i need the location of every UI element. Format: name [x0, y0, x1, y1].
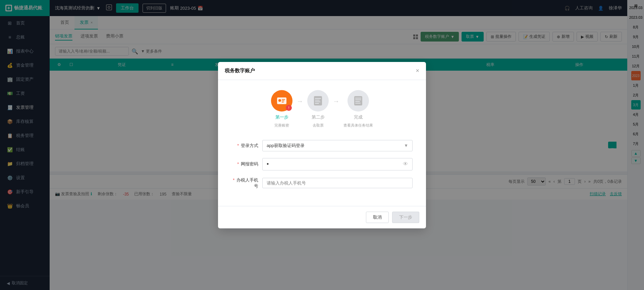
cancel-button[interactable]: 取消 [366, 212, 389, 223]
svg-rect-14 [315, 100, 320, 100]
step-1: ! 第一步 完善账密 [271, 90, 292, 128]
tax-digital-dialog: 税务数字账户 × [218, 62, 426, 228]
step-3: 完成 查看具体任务结果 [343, 90, 373, 128]
password-label: * 网报密码 [231, 161, 258, 167]
svg-rect-10 [282, 100, 284, 101]
step-arrow-2: → [333, 97, 339, 105]
dialog-title: 税务数字账户 [225, 68, 255, 74]
dialog-close-button[interactable]: × [416, 67, 419, 74]
password-input[interactable]: • 👁 [262, 158, 413, 170]
step2-icon-container [307, 90, 329, 112]
svg-rect-12 [314, 96, 322, 105]
steps-indicator: ! 第一步 完善账密 → [231, 90, 413, 128]
step2-desc: 去取票 [313, 123, 324, 128]
svg-rect-13 [315, 98, 321, 99]
svg-rect-17 [354, 96, 362, 105]
step-2: 第二步 去取票 [307, 90, 329, 128]
toggle-password-icon[interactable]: 👁 [403, 161, 408, 167]
login-method-label: * 登录方式 [231, 143, 258, 149]
svg-rect-9 [282, 99, 285, 100]
dialog-body: ! 第一步 完善账密 → [218, 80, 426, 206]
step1-desc: 完善账密 [274, 123, 289, 128]
step3-desc: 查看具体任务结果 [343, 123, 373, 128]
next-button[interactable]: 下一步 [392, 212, 419, 223]
svg-rect-20 [355, 101, 360, 102]
step1-label: 第一步 [275, 114, 288, 120]
dialog-footer: 取消 下一步 [218, 206, 426, 228]
step-arrow-1: → [297, 97, 303, 105]
phone-row: * 办税人手机号 [231, 177, 413, 189]
phone-label: * 办税人手机号 [231, 177, 258, 189]
svg-rect-16 [315, 103, 319, 104]
login-method-select[interactable]: app获取验证码登录 ▼ [262, 140, 413, 151]
step3-label: 完成 [354, 114, 363, 120]
svg-rect-21 [355, 103, 361, 103]
step1-icon-container: ! [271, 90, 292, 112]
svg-rect-11 [282, 102, 284, 102]
step2-label: 第二步 [312, 114, 325, 120]
phone-input[interactable] [262, 178, 413, 188]
modal-overlay[interactable]: 税务数字账户 × [0, 0, 644, 290]
password-row: * 网报密码 • 👁 [231, 158, 413, 170]
login-method-dropdown-icon: ▼ [404, 143, 408, 148]
password-dots: • [267, 161, 269, 168]
login-method-row: * 登录方式 app获取验证码登录 ▼ [231, 140, 413, 151]
dialog-header: 税务数字账户 × [218, 62, 426, 80]
svg-rect-19 [355, 99, 361, 100]
step1-error-badge: ! [286, 105, 292, 111]
step3-icon-container [347, 90, 369, 112]
login-method-value: app获取验证码登录 [267, 143, 305, 149]
svg-rect-15 [315, 101, 320, 102]
svg-point-8 [278, 99, 281, 102]
